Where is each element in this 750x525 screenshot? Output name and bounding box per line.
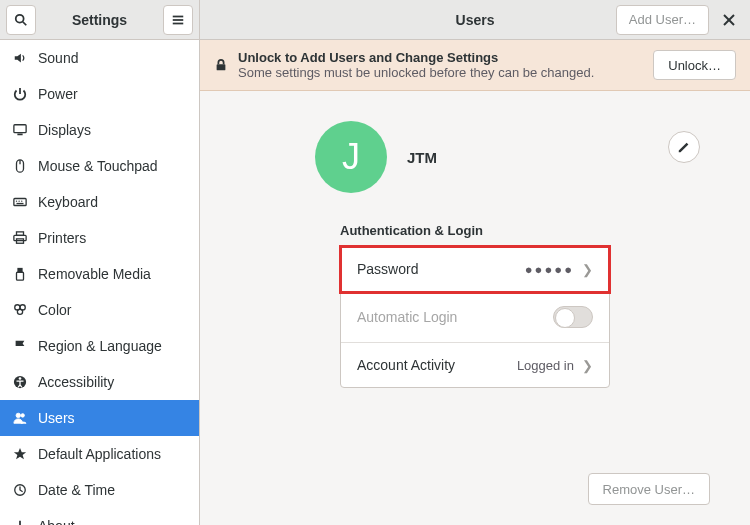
search-icon bbox=[14, 13, 28, 27]
plus-icon bbox=[12, 518, 28, 525]
star-icon bbox=[12, 446, 28, 462]
sidebar-item-label: Default Applications bbox=[38, 446, 161, 462]
close-icon bbox=[723, 14, 735, 26]
svg-rect-15 bbox=[17, 203, 24, 204]
automatic-login-row: Automatic Login bbox=[341, 292, 609, 343]
svg-line-1 bbox=[23, 21, 27, 25]
sidebar-item-label: About bbox=[38, 518, 75, 525]
svg-point-14 bbox=[21, 200, 22, 201]
chevron-right-icon: ❯ bbox=[582, 262, 593, 277]
printer-icon bbox=[12, 230, 28, 246]
automatic-login-toggle[interactable] bbox=[553, 306, 593, 328]
clock-icon bbox=[12, 482, 28, 498]
svg-rect-4 bbox=[173, 22, 184, 24]
sidebar-item-date-time[interactable]: Date & Time bbox=[0, 472, 199, 508]
sidebar-item-label: Date & Time bbox=[38, 482, 115, 498]
user-header: J JTM bbox=[240, 121, 710, 193]
menu-button[interactable] bbox=[163, 5, 193, 35]
sidebar-item-label: Mouse & Touchpad bbox=[38, 158, 158, 174]
speaker-icon bbox=[12, 50, 28, 66]
svg-point-25 bbox=[19, 377, 22, 380]
unlock-button[interactable]: Unlock… bbox=[653, 50, 736, 80]
sidebar-item-removable-media[interactable]: Removable Media bbox=[0, 256, 199, 292]
sidebar-item-power[interactable]: Power bbox=[0, 76, 199, 112]
unlock-banner: Unlock to Add Users and Change Settings … bbox=[200, 40, 750, 91]
chevron-right-icon: ❯ bbox=[582, 358, 593, 373]
main-panel: Unlock to Add Users and Change Settings … bbox=[200, 40, 750, 525]
svg-point-26 bbox=[16, 413, 20, 417]
sidebar-item-printers[interactable]: Printers bbox=[0, 220, 199, 256]
svg-rect-11 bbox=[14, 199, 26, 206]
banner-title: Unlock to Add Users and Change Settings bbox=[238, 50, 643, 65]
password-label: Password bbox=[357, 261, 525, 277]
panel-title: Users bbox=[456, 12, 495, 28]
svg-rect-2 bbox=[173, 15, 184, 17]
sidebar-item-label: Accessibility bbox=[38, 374, 114, 390]
banner-text: Unlock to Add Users and Change Settings … bbox=[238, 50, 643, 80]
svg-point-27 bbox=[21, 414, 25, 418]
header-bar: Settings Users Add User… bbox=[0, 0, 750, 40]
content: J JTM Authentication & Login Password ●●… bbox=[200, 91, 750, 525]
sidebar-item-label: Removable Media bbox=[38, 266, 151, 282]
sidebar-item-label: Color bbox=[38, 302, 71, 318]
add-user-button[interactable]: Add User… bbox=[616, 5, 709, 35]
sidebar-item-label: Printers bbox=[38, 230, 86, 246]
lock-icon bbox=[214, 58, 228, 72]
sidebar-item-region-language[interactable]: Region & Language bbox=[0, 328, 199, 364]
display-icon bbox=[12, 122, 28, 138]
sidebar-item-mouse-touchpad[interactable]: Mouse & Touchpad bbox=[0, 148, 199, 184]
users-icon bbox=[12, 410, 28, 426]
svg-rect-29 bbox=[217, 64, 226, 70]
svg-rect-20 bbox=[17, 272, 24, 280]
sidebar-item-label: Sound bbox=[38, 50, 78, 66]
hamburger-icon bbox=[171, 13, 185, 27]
sidebar-item-label: Power bbox=[38, 86, 78, 102]
password-row[interactable]: Password ●●●●● ❯ bbox=[341, 247, 609, 292]
sidebar-item-users[interactable]: Users bbox=[0, 400, 199, 436]
user-name: JTM bbox=[407, 149, 437, 166]
sidebar-item-label: Displays bbox=[38, 122, 91, 138]
sidebar-item-color[interactable]: Color bbox=[0, 292, 199, 328]
remove-user-button[interactable]: Remove User… bbox=[588, 473, 710, 505]
svg-point-0 bbox=[16, 14, 24, 22]
svg-rect-3 bbox=[173, 19, 184, 21]
svg-point-12 bbox=[16, 200, 17, 201]
automatic-login-label: Automatic Login bbox=[357, 309, 553, 325]
sidebar-item-displays[interactable]: Displays bbox=[0, 112, 199, 148]
usb-icon bbox=[12, 266, 28, 282]
account-activity-value: Logged in bbox=[517, 358, 574, 373]
pencil-icon bbox=[677, 140, 691, 154]
search-button[interactable] bbox=[6, 5, 36, 35]
auth-list: Password ●●●●● ❯ Automatic Login Account… bbox=[340, 246, 610, 388]
close-button[interactable] bbox=[714, 5, 744, 35]
sidebar-item-about[interactable]: About bbox=[0, 508, 199, 525]
flag-icon bbox=[12, 338, 28, 354]
section-title: Authentication & Login bbox=[340, 223, 710, 238]
account-activity-row[interactable]: Account Activity Logged in ❯ bbox=[341, 343, 609, 387]
sidebar-item-keyboard[interactable]: Keyboard bbox=[0, 184, 199, 220]
sidebar-item-label: Keyboard bbox=[38, 194, 98, 210]
power-icon bbox=[12, 86, 28, 102]
sidebar-item-label: Users bbox=[38, 410, 75, 426]
banner-subtitle: Some settings must be unlocked before th… bbox=[238, 65, 643, 80]
sidebar-item-default-applications[interactable]: Default Applications bbox=[0, 436, 199, 472]
password-value: ●●●●● bbox=[525, 262, 574, 277]
a11y-icon bbox=[12, 374, 28, 390]
sidebar-item-accessibility[interactable]: Accessibility bbox=[0, 364, 199, 400]
mouse-icon bbox=[12, 158, 28, 174]
edit-name-button[interactable] bbox=[668, 131, 700, 163]
left-header: Settings bbox=[0, 0, 200, 39]
settings-title: Settings bbox=[36, 12, 163, 28]
svg-rect-8 bbox=[17, 134, 22, 136]
palette-icon bbox=[12, 302, 28, 318]
sidebar-item-sound[interactable]: Sound bbox=[0, 40, 199, 76]
svg-rect-7 bbox=[14, 125, 26, 133]
account-activity-label: Account Activity bbox=[357, 357, 517, 373]
avatar[interactable]: J bbox=[315, 121, 387, 193]
body: SoundPowerDisplaysMouse & TouchpadKeyboa… bbox=[0, 40, 750, 525]
keyboard-icon bbox=[12, 194, 28, 210]
sidebar: SoundPowerDisplaysMouse & TouchpadKeyboa… bbox=[0, 40, 200, 525]
sidebar-item-label: Region & Language bbox=[38, 338, 162, 354]
svg-point-23 bbox=[17, 309, 22, 314]
svg-point-13 bbox=[18, 200, 19, 201]
